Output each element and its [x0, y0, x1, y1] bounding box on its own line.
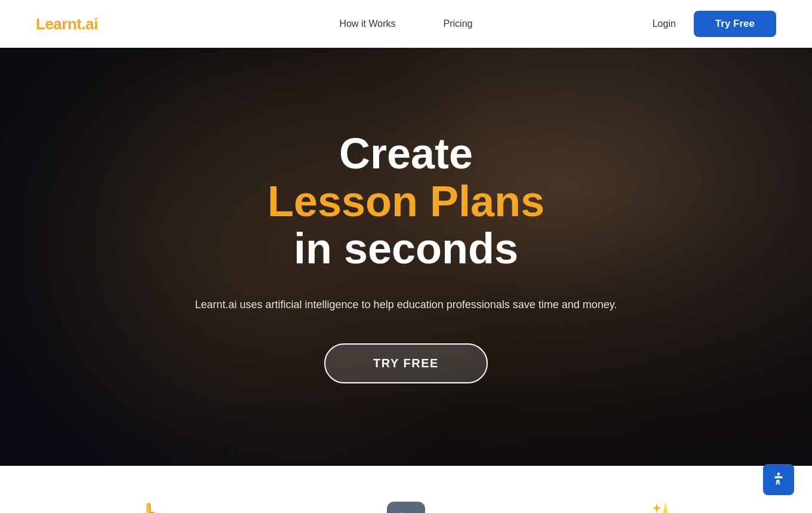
- step-3-icon: ✨: [645, 502, 676, 513]
- hero-title-lesson-plans: Lesson Plans: [195, 178, 617, 225]
- accessibility-button[interactable]: [763, 464, 794, 495]
- nav-right: Login Try Free: [653, 11, 776, 37]
- nav-links: How it Works Pricing: [340, 19, 473, 29]
- logo[interactable]: Learnt.ai: [36, 15, 98, 33]
- accessibility-icon: [770, 471, 787, 488]
- step-1: 👆 Step 1: [24, 502, 279, 513]
- hero-section: Create Lesson Plans in seconds Learnt.ai…: [0, 0, 812, 466]
- step-3: ✨ Step 3: [533, 502, 788, 513]
- step-2: ✏️ Step 2: [279, 502, 534, 513]
- login-link[interactable]: Login: [653, 19, 676, 29]
- hero-subtitle: Learnt.ai uses artificial intelligence t…: [195, 296, 617, 314]
- step-2-icon-box: ✏️: [387, 502, 425, 513]
- hero-title-create: Create: [195, 130, 617, 177]
- steps-section: 👆 Step 1 ✏️ Step 2 ✨ Step 3: [0, 466, 812, 513]
- navbar: Learnt.ai How it Works Pricing Login Try…: [0, 0, 812, 48]
- logo-accent: ai: [85, 15, 98, 33]
- try-free-hero-button[interactable]: TRY FREE: [324, 343, 488, 383]
- try-free-nav-button[interactable]: Try Free: [694, 11, 776, 37]
- nav-how-it-works[interactable]: How it Works: [340, 19, 396, 29]
- nav-pricing[interactable]: Pricing: [444, 19, 473, 29]
- svg-point-0: [777, 472, 780, 475]
- hero-title-seconds: in seconds: [195, 225, 617, 272]
- hero-content: Create Lesson Plans in seconds Learnt.ai…: [183, 130, 629, 383]
- logo-text: Learnt.: [36, 15, 85, 33]
- step-1-icon: 👆: [136, 502, 167, 513]
